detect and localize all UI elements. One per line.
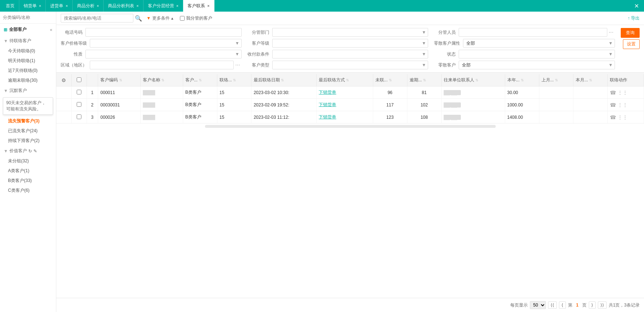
col-name-header[interactable]: 客户名称 ⇅ xyxy=(141,74,183,86)
last-method-link-0[interactable]: 下销货单 xyxy=(319,90,336,95)
search-input[interactable] xyxy=(61,14,133,23)
sidebar-group-value[interactable]: ▼ 价值客户 ↻ ✎ xyxy=(0,146,56,156)
sidebar-item-tomorrow[interactable]: 明天待联络(1) xyxy=(0,56,56,66)
edit-icon[interactable]: ✎ xyxy=(33,149,37,154)
price-level-select[interactable] xyxy=(90,39,242,48)
dept-select[interactable] xyxy=(272,28,428,37)
action-contact-icon-2[interactable]: ☎ xyxy=(610,114,616,120)
sidebar-item-ungrouped[interactable]: 未分组(32) xyxy=(0,156,56,166)
sidebar-item-declining[interactable]: 持续下滑客户(2) xyxy=(0,136,56,146)
row-last-method-0[interactable]: 下销货单 xyxy=(317,86,373,99)
sidebar-item-b-class[interactable]: B类客户(33) xyxy=(0,176,56,186)
per-page-select[interactable]: 50 xyxy=(530,301,546,309)
tab-purchase-order[interactable]: 进货单 × xyxy=(46,0,72,12)
scroll-bar-area[interactable] xyxy=(56,123,644,129)
row-last-method-2[interactable]: 下销货单 xyxy=(317,111,373,123)
sidebar-item-c-class[interactable]: C类客户(6) xyxy=(0,186,56,195)
search-button[interactable]: 🔍 xyxy=(135,15,142,22)
column-settings-icon[interactable]: ⚙ xyxy=(61,77,66,83)
export-button[interactable]: ↑ 导出 xyxy=(628,15,640,21)
my-customers-check[interactable] xyxy=(180,16,185,21)
action-contact-icon-1[interactable]: ☎ xyxy=(610,102,616,108)
region-dots-button[interactable]: ··· xyxy=(234,62,241,68)
col-code-header[interactable]: 客户编码 ⇅ xyxy=(98,74,141,86)
close-window-icon[interactable]: ✕ xyxy=(631,3,643,9)
close-tab-product-analysis[interactable]: × xyxy=(97,4,99,8)
sidebar-item-a-class[interactable]: A类客户(1) xyxy=(0,166,56,176)
prev-page-button[interactable]: ⟨ xyxy=(559,301,566,309)
tab-customer-contact[interactable]: 客户联系 × xyxy=(183,0,214,12)
scroll-track[interactable] xyxy=(205,125,496,128)
sidebar-item-today[interactable]: 今天待联络(0) xyxy=(0,46,56,56)
last-method-link-1[interactable]: 下销货单 xyxy=(319,102,336,107)
query-button[interactable]: 查询 xyxy=(621,28,640,38)
col-this-month-header[interactable]: 本月... ⇅ xyxy=(573,74,607,86)
row-checkbox-1[interactable] xyxy=(71,99,86,111)
select-all-checkbox[interactable] xyxy=(77,77,81,82)
table-row: 2 00030031 ████ B类客户 15 2023-02-09 19:52… xyxy=(56,99,644,111)
col-checkbox-header[interactable] xyxy=(71,74,86,86)
col-contact-header[interactable]: 联络... ⇅ xyxy=(217,74,251,86)
tab-sales-order[interactable]: 销货单 × xyxy=(19,0,46,12)
col-last-method-header[interactable]: 最后联络方式 ⇅ xyxy=(317,74,373,86)
settings-button[interactable]: 设置 xyxy=(623,39,640,49)
action-contact-icon-0[interactable]: ☎ xyxy=(610,90,616,96)
last-page-button[interactable]: ⟩⟩ xyxy=(598,301,607,309)
row-checkbox-0[interactable] xyxy=(71,86,86,99)
row-check-0[interactable] xyxy=(77,90,81,94)
sidebar-group-pending[interactable]: ▼ 待联络客户 xyxy=(0,36,56,46)
close-tab-customer-tier[interactable]: × xyxy=(176,4,178,8)
close-tab-purchase-order[interactable]: × xyxy=(65,4,68,8)
row-past-contact-0: ██ ██... xyxy=(441,86,505,99)
row-check-1[interactable] xyxy=(77,102,81,107)
close-tab-sales-order[interactable]: × xyxy=(39,4,41,8)
col-last-date-header[interactable]: 最后联络日期 ⇅ xyxy=(251,74,316,86)
sidebar-item-overdue[interactable]: 逾期未联络(30) xyxy=(0,76,56,85)
sidebar-item-7days[interactable]: 近7天待联络(0) xyxy=(0,66,56,76)
tab-product-analysis[interactable]: 商品分析 × xyxy=(73,0,104,12)
person-input[interactable] xyxy=(459,28,607,37)
action-more-icon-1[interactable]: ⋮⋮ xyxy=(617,102,628,108)
row-check-2[interactable] xyxy=(77,114,81,119)
col-past-contact-header[interactable]: 往来单位联系人 ⇅ xyxy=(441,74,505,86)
customer-type-select[interactable] xyxy=(272,61,428,69)
col-overdue-header[interactable]: 逾期... ⇅ xyxy=(407,74,441,86)
zero-attr-select[interactable]: 全部 xyxy=(463,39,615,48)
more-conditions-button[interactable]: ▼ 更多条件 ▲ xyxy=(146,15,174,21)
my-customers-checkbox[interactable]: 我分管的客户 xyxy=(180,15,212,21)
row-overdue-2: 108 xyxy=(407,111,441,123)
first-page-button[interactable]: ⟨⟨ xyxy=(548,301,557,309)
payment-select[interactable] xyxy=(272,50,428,58)
zero-customer-select[interactable]: 全部 xyxy=(459,61,615,69)
row-checkbox-2[interactable] xyxy=(71,111,86,123)
tab-customer-tier[interactable]: 客户分层经营 × xyxy=(144,0,183,12)
customer-level-select[interactable] xyxy=(272,39,428,48)
person-dots-button[interactable]: ··· xyxy=(607,29,615,36)
action-more-icon-0[interactable]: ⋮⋮ xyxy=(617,90,628,96)
sidebar-item-churn-warning[interactable]: 流失预警客户(3) xyxy=(0,116,56,126)
last-method-link-2[interactable]: 下销货单 xyxy=(319,114,336,119)
phone-input[interactable] xyxy=(85,28,242,37)
close-tab-customer-contact[interactable]: × xyxy=(207,4,209,8)
region-input[interactable] xyxy=(90,61,234,69)
sidebar-item-churned[interactable]: 已流失客户(24) xyxy=(0,126,56,136)
tab-product-analysis-list[interactable]: 商品分析列表 × xyxy=(104,0,143,12)
col-last-month-header[interactable]: 上月... ⇅ xyxy=(539,74,573,86)
row-uncontact-0: 96 xyxy=(373,86,407,99)
col-this-year-header[interactable]: 本年... ⇅ xyxy=(505,74,539,86)
col-settings-header[interactable]: ⚙ xyxy=(56,74,71,86)
action-more-icon-2[interactable]: ⋮⋮ xyxy=(617,114,628,120)
col-uncontact-header[interactable]: 未联... ⇅ xyxy=(373,74,407,86)
status-select[interactable] xyxy=(459,50,615,58)
sidebar-group-silent[interactable]: ▼ 沉默客户 xyxy=(0,85,56,96)
sidebar-search-input[interactable] xyxy=(3,15,56,20)
nature-select[interactable] xyxy=(85,50,242,58)
close-tab-product-analysis-list[interactable]: × xyxy=(136,4,138,8)
table-row: 1 000011 ████ B类客户 15 2023-03-02 10:30: … xyxy=(56,86,644,99)
tab-home[interactable]: 首页 xyxy=(1,0,19,12)
col-type-header[interactable]: 客户... ⇅ xyxy=(183,74,217,86)
row-last-method-1[interactable]: 下销货单 xyxy=(317,99,373,111)
next-page-button[interactable]: ⟩ xyxy=(589,301,596,309)
refresh-icon[interactable]: ↻ xyxy=(28,149,32,154)
sidebar-root-title[interactable]: ⊞ 全部客户 « xyxy=(0,24,56,36)
